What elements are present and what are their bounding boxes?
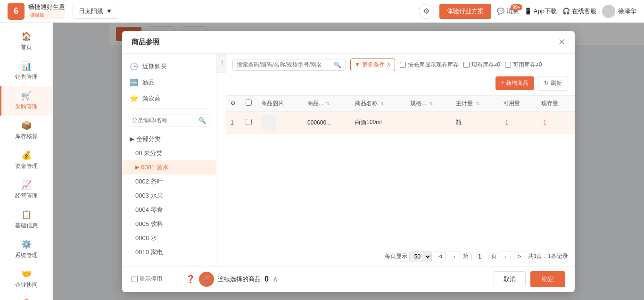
modal-right-panel: 🔍 ▼ 更多条件 ∧ 按仓库显示现有库存: [226, 54, 575, 266]
product-search-input[interactable]: [237, 61, 331, 68]
sidebar-item-inventory[interactable]: 📦 库存核算: [0, 116, 52, 145]
left-nav-new[interactable]: 🆕 新品: [122, 75, 216, 91]
purchase-icon: 🛒: [21, 91, 32, 101]
row-checkbox-cell[interactable]: [241, 111, 256, 133]
online-service-nav-item[interactable]: 🎧 在线客服: [562, 7, 596, 16]
confirm-button[interactable]: 确定: [530, 271, 565, 287]
active-category-arrow: ▶: [135, 164, 139, 170]
sidebar-item-purchase[interactable]: 🛒 采购管理: [0, 86, 52, 116]
category-beverage-label: 0005 饮料: [135, 220, 163, 228]
sidebar-item-sales[interactable]: 📊 销售管理: [0, 56, 52, 86]
product-reference-modal: 商品参照 ✕ 🕒 近期购买 🆕: [122, 31, 575, 292]
page-next-button[interactable]: ›: [500, 251, 511, 262]
category-liquor-label: 0001 酒水: [141, 163, 169, 172]
sidebar-label-basic-info: 基础信息: [15, 222, 38, 230]
refresh-label: 刷新: [551, 79, 562, 87]
category-item-snack[interactable]: 0004 零食: [122, 203, 216, 217]
collapse-selected-icon[interactable]: ∧: [272, 275, 278, 283]
page-prev-button[interactable]: ‹: [449, 251, 460, 262]
available-checkbox[interactable]: [463, 62, 470, 68]
frequent-icon: ⭐: [130, 94, 139, 103]
table-settings-icon: ⚙: [231, 100, 236, 107]
col-spec-label: 规格...: [410, 100, 426, 107]
more-filter-button[interactable]: ▼ 更多条件 ∧: [350, 58, 395, 71]
sales-icon: 📊: [21, 61, 32, 71]
left-nav-frequent[interactable]: ⭐ 频次高: [122, 91, 216, 107]
trial-button[interactable]: 体验行业方案: [439, 4, 491, 19]
message-nav-item[interactable]: 💬 消息 99+: [497, 7, 519, 16]
page-number-input[interactable]: [471, 252, 488, 261]
usable-filter-label: 可用库存≠0: [513, 61, 542, 69]
col-settings[interactable]: ⚙: [226, 96, 241, 112]
top-nav: 6 畅捷通好生意 捷目版 日太阳膜 ▼ ⚙ 体验行业方案 💬 消息 99+ 📱 …: [0, 0, 644, 23]
message-badge: 99+: [511, 4, 522, 10]
show-disabled-checkbox[interactable]: [132, 276, 138, 282]
app-download-nav-item[interactable]: 📱 App下载: [524, 7, 557, 16]
refresh-table-button[interactable]: ↻ 刷新: [538, 76, 568, 91]
sidebar: 🏠 首页 📊 销售管理 🛒 采购管理 📦 库存核算 💰 资金管理 📈 经营管理 …: [0, 23, 53, 300]
sidebar-item-collab[interactable]: 🤝 企业协同: [0, 264, 52, 294]
recent-icon: 🕒: [130, 62, 139, 71]
basic-info-icon: 📋: [21, 209, 32, 220]
per-page-select[interactable]: 50: [409, 251, 432, 262]
category-search-input[interactable]: [132, 117, 197, 124]
category-item-beverage[interactable]: 0005 饮料: [122, 217, 216, 231]
modal-header: 商品参照 ✕: [122, 31, 575, 54]
category-item-liquor[interactable]: ▶ 0001 酒水: [122, 160, 216, 175]
show-disabled-label[interactable]: 显示停用: [132, 275, 162, 283]
sidebar-item-guide[interactable]: 🎯 新手引导: [0, 294, 52, 300]
user-area[interactable]: 徐泽华: [602, 5, 636, 18]
filter-label: 更多条件: [362, 61, 385, 69]
usable-filter[interactable]: 可用库存≠0: [505, 61, 542, 69]
category-item-fruit[interactable]: 0003 水果: [122, 189, 216, 203]
inventory-icon: 📦: [21, 120, 32, 131]
app-download-label: App下载: [534, 7, 557, 16]
row-index: 1: [226, 111, 241, 133]
message-icon: 💬: [497, 8, 504, 15]
category-item-tea[interactable]: 0002 茶叶: [122, 175, 216, 189]
col-code[interactable]: 商品... ⇅: [303, 96, 350, 112]
col-unit[interactable]: 主计量 ⇅: [451, 96, 498, 112]
warehouse-filter[interactable]: 按仓库显示现有库存: [400, 61, 459, 69]
per-page-select-area: 每页显示 50: [385, 251, 432, 262]
category-item-water[interactable]: 0008 水: [122, 231, 216, 245]
col-spec[interactable]: 规格... ⇅: [405, 96, 451, 112]
cart-icon: 🛒: [199, 272, 214, 287]
footer-right: 取消 确定: [494, 271, 565, 287]
modal-body: 🕒 近期购买 🆕 新品 ⭐ 频次高: [122, 54, 575, 266]
usable-checkbox[interactable]: [505, 62, 511, 68]
row-name-cell: 白酒100ml: [350, 111, 405, 133]
row-checkbox[interactable]: [246, 119, 252, 125]
left-nav-recent[interactable]: 🕒 近期购买: [122, 58, 216, 75]
online-service-label: 在线客服: [572, 7, 596, 16]
table-row[interactable]: 1 000600... 白酒100ml: [226, 111, 575, 133]
collapse-left-panel-button[interactable]: 《: [216, 54, 226, 73]
sidebar-item-basic-info[interactable]: 📋 基础信息: [0, 205, 52, 234]
select-all-checkbox[interactable]: [246, 100, 252, 106]
category-item-uncategorized[interactable]: 00 未分类: [122, 146, 216, 160]
page-last-button[interactable]: ⊳: [514, 251, 525, 262]
store-selector[interactable]: 日太阳膜 ▼: [73, 4, 118, 19]
add-product-button[interactable]: + 新增商品: [495, 76, 534, 90]
sidebar-item-operations[interactable]: 📈 经营管理: [0, 175, 52, 205]
gear-button[interactable]: ⚙: [419, 4, 434, 19]
page-label-suffix: 页: [491, 252, 497, 260]
col-name[interactable]: 商品名称 ⇅: [350, 96, 405, 112]
cancel-button[interactable]: 取消: [494, 271, 526, 287]
col-checkbox[interactable]: [241, 96, 256, 112]
sidebar-item-home[interactable]: 🏠 首页: [0, 26, 52, 56]
logo-icon: 6: [8, 3, 25, 20]
page-total-label: 共1页，1条记录: [528, 252, 568, 260]
left-nav-recent-label: 近期购买: [142, 62, 167, 71]
warehouse-checkbox[interactable]: [400, 62, 406, 68]
category-item-appliance[interactable]: 0010 家电: [122, 245, 216, 259]
row-available-cell: -1: [498, 111, 537, 133]
category-search-bar: 🔍: [128, 115, 210, 126]
category-item-all[interactable]: ▶ 全部分类: [122, 132, 216, 146]
page-first-button[interactable]: ⊲: [435, 251, 446, 262]
modal-close-button[interactable]: ✕: [558, 38, 565, 46]
available-filter[interactable]: 现有库存≠0: [463, 61, 500, 69]
sidebar-item-finance[interactable]: 💰 资金管理: [0, 145, 52, 175]
sidebar-item-system[interactable]: ⚙️ 系统管理: [0, 234, 52, 264]
download-icon: 📱: [524, 8, 532, 15]
